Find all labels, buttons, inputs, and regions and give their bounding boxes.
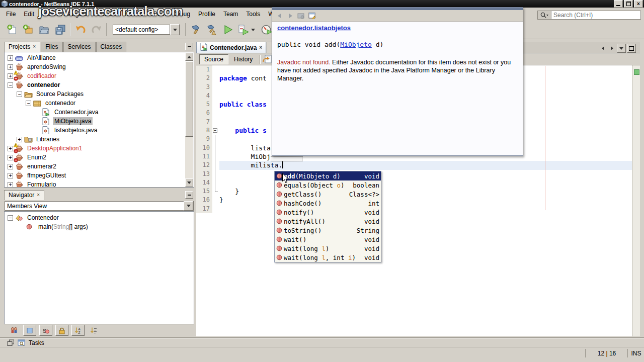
tab-list-dropdown-icon[interactable] xyxy=(617,44,626,53)
collapse-icon[interactable]: − xyxy=(17,92,22,97)
navigator-view-select[interactable]: Members View xyxy=(5,201,194,211)
fold-margin[interactable] xyxy=(212,65,219,74)
completion-item-notifyAll[interactable]: notifyAll()void xyxy=(275,217,381,226)
menu-file[interactable]: File xyxy=(2,8,20,20)
fold-margin[interactable] xyxy=(212,135,219,143)
fold-collapse-icon[interactable]: − xyxy=(213,128,217,133)
fold-margin[interactable] xyxy=(212,152,219,161)
undo-button[interactable] xyxy=(73,22,88,37)
fold-margin[interactable] xyxy=(212,187,219,196)
history-view-button[interactable]: History xyxy=(229,55,257,64)
clean-build-button[interactable] xyxy=(204,22,219,37)
close-icon[interactable]: × xyxy=(33,45,36,49)
menu-edit[interactable]: Edit xyxy=(20,8,38,20)
collapse-icon[interactable]: − xyxy=(26,101,31,106)
completion-item-wait[interactable]: wait(long l)void xyxy=(275,244,381,253)
collapse-icon[interactable]: − xyxy=(8,82,13,88)
save-all-button[interactable] xyxy=(53,22,68,37)
tree-item-ffmpegguitest[interactable]: +ffmpegGUItest xyxy=(5,171,194,180)
dropdown-icon[interactable] xyxy=(184,201,193,211)
tree-item-airalliance[interactable]: +phpAirAlliance xyxy=(5,53,194,62)
fold-margin[interactable] xyxy=(212,92,219,100)
tree-item-contenedor[interactable]: −contenedor xyxy=(5,80,194,89)
editor-tab-contenedor[interactable]: Contenedor.java × xyxy=(196,42,266,53)
code-line-17[interactable]: 17 xyxy=(196,205,632,213)
sort-source-icon[interactable] xyxy=(88,325,100,335)
tree-item-aprendoswing[interactable]: +aprendoSwing xyxy=(5,62,194,71)
close-icon[interactable]: × xyxy=(259,46,262,50)
scroll-tabs-left-icon[interactable] xyxy=(599,44,607,52)
completion-item-getClass[interactable]: getClass()Class<?> xyxy=(275,190,381,199)
new-file-button[interactable] xyxy=(5,22,20,37)
debug-button[interactable] xyxy=(236,22,257,37)
redo-button[interactable] xyxy=(89,22,104,37)
tree-item-miobjeto-java[interactable]: MiObjeto.java xyxy=(5,117,194,126)
scroll-thumb[interactable] xyxy=(185,61,193,137)
fold-margin[interactable] xyxy=(212,74,219,82)
fold-margin[interactable] xyxy=(212,178,219,187)
fold-margin[interactable] xyxy=(212,205,219,213)
scroll-tabs-right-icon[interactable] xyxy=(608,44,616,52)
search-icon[interactable] xyxy=(537,11,551,20)
tasks-label[interactable]: Tasks xyxy=(29,339,44,346)
completion-item-equals[interactable]: equals(Object o)boolean xyxy=(275,180,381,190)
navigator-item[interactable]: −Contenedor xyxy=(5,213,194,222)
tab-files[interactable]: Files xyxy=(41,42,62,52)
projects-scrollbar[interactable] xyxy=(185,53,193,187)
tree-item-desktopapplication1[interactable]: +DesktopApplication1 xyxy=(5,144,194,153)
last-edit-position-icon[interactable] xyxy=(262,55,272,63)
javadoc-resize-grip[interactable] xyxy=(271,156,303,161)
tab-navigator[interactable]: Navigator× xyxy=(4,190,44,200)
menu-tools[interactable]: Tools xyxy=(242,8,264,20)
menu-profile[interactable]: Profile xyxy=(194,8,219,20)
minimize-panel-icon[interactable] xyxy=(185,43,193,50)
completion-item-wait[interactable]: wait()void xyxy=(275,235,381,244)
collapse-icon[interactable]: − xyxy=(8,215,13,221)
tree-item-codificador[interactable]: +codificador xyxy=(5,71,194,80)
expand-icon[interactable]: + xyxy=(8,164,13,169)
expand-icon[interactable]: + xyxy=(8,146,13,151)
code-line-15[interactable]: 15 } xyxy=(196,187,632,196)
minimize-button[interactable] xyxy=(614,0,623,8)
tab-services[interactable]: Services xyxy=(63,42,96,52)
miobjeto-link[interactable]: MiObjeto xyxy=(340,41,372,48)
fold-margin[interactable] xyxy=(212,144,219,152)
tree-item-source-packages[interactable]: −Source Packages xyxy=(5,89,194,99)
scroll-down-icon[interactable] xyxy=(185,178,193,187)
tree-item-enumerar2[interactable]: +enumerar2 xyxy=(5,162,194,171)
fold-margin[interactable] xyxy=(212,83,219,92)
fold-margin[interactable]: − xyxy=(212,126,219,135)
expand-icon[interactable]: + xyxy=(8,155,13,160)
new-project-button[interactable] xyxy=(21,22,36,37)
show-fields-icon[interactable] xyxy=(23,325,36,336)
tree-item-libraries[interactable]: +Libraries xyxy=(5,135,194,144)
fold-margin[interactable] xyxy=(212,161,219,169)
javadoc-back-icon[interactable] xyxy=(276,13,283,19)
scroll-up-icon[interactable] xyxy=(185,53,193,61)
expand-icon[interactable]: + xyxy=(8,64,13,70)
completion-item-toString[interactable]: toString()String xyxy=(275,226,381,235)
expand-icon[interactable]: + xyxy=(8,173,13,178)
tree-item-listaobjetos-java[interactable]: listaobjetos.java xyxy=(5,126,194,135)
code-line-16[interactable]: 16} xyxy=(196,196,632,204)
tasks-window-icon[interactable] xyxy=(18,339,26,346)
fold-margin[interactable] xyxy=(212,109,219,117)
config-combobox[interactable]: <default config> xyxy=(113,24,180,35)
fold-margin[interactable] xyxy=(212,100,219,109)
fold-margin[interactable] xyxy=(212,118,219,126)
maximize-editor-icon[interactable] xyxy=(627,44,636,53)
code-line-13[interactable]: 13 xyxy=(196,170,632,178)
config-dropdown-icon[interactable] xyxy=(170,24,180,35)
expand-icon[interactable]: + xyxy=(17,137,22,142)
run-button[interactable] xyxy=(220,22,235,37)
tree-item-formulario[interactable]: +Formulario xyxy=(5,180,194,188)
completion-item-add[interactable]: add(MiObjeto d)void xyxy=(275,171,381,180)
open-project-button[interactable] xyxy=(37,22,52,37)
javadoc-forward-icon[interactable] xyxy=(287,13,294,19)
javadoc-class-link[interactable]: contenedor.listaobjetos xyxy=(277,24,351,32)
source-view-button[interactable]: Source xyxy=(199,54,228,64)
tab-classes[interactable]: Classes xyxy=(96,42,127,52)
fold-margin[interactable] xyxy=(212,170,219,178)
expand-icon[interactable]: + xyxy=(8,55,13,61)
build-button[interactable] xyxy=(188,22,203,37)
